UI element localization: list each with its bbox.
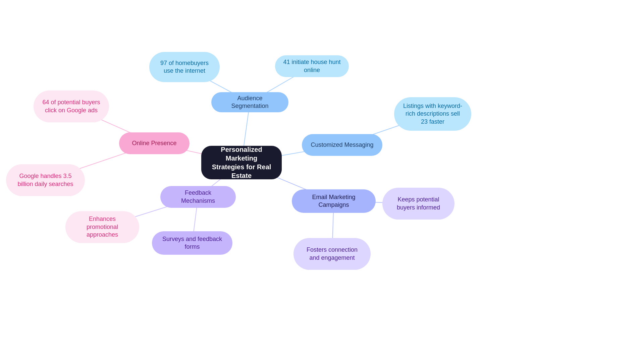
audience-segmentation-label: Audience Segmentation (219, 95, 281, 110)
email-campaigns-label: Email Marketing Campaigns (299, 193, 368, 209)
feedback-mechanisms-label: Feedback Mechanisms (168, 189, 228, 205)
email-campaigns-node: Email Marketing Campaigns (292, 189, 376, 213)
online-presence-label: Online Presence (132, 139, 176, 147)
buyers-click-node: 64 of potential buyers click on Google a… (34, 90, 109, 122)
keeps-informed-label: Keeps potential buyers informed (390, 196, 447, 211)
homebuyers-internet-label: 97 of homebuyers use the internet (157, 59, 212, 75)
online-presence-node: Online Presence (119, 132, 190, 154)
enhances-promotional-label: Enhances promotional approaches (73, 215, 132, 239)
customized-messaging-label: Customized Messaging (311, 141, 373, 149)
fosters-connection-node: Fosters connection and engagement (293, 238, 371, 270)
enhances-promotional-node: Enhances promotional approaches (65, 211, 139, 243)
center-node: Personalized Marketing Strategies for Re… (201, 146, 282, 179)
google-searches-node: Google handles 3.5 billion daily searche… (6, 164, 85, 196)
google-searches-label: Google handles 3.5 billion daily searche… (13, 172, 77, 188)
keeps-informed-node: Keeps potential buyers informed (382, 188, 454, 220)
initiate-online-node: 41 initiate house hunt online (275, 55, 349, 77)
surveys-feedback-node: Surveys and feedback forms (152, 231, 232, 255)
listings-keyword-label: Listings with keyword-rich descriptions … (401, 102, 464, 126)
center-label: Personalized Marketing Strategies for Re… (209, 145, 274, 180)
homebuyers-internet-node: 97 of homebuyers use the internet (149, 52, 220, 82)
audience-segmentation-node: Audience Segmentation (211, 92, 288, 112)
initiate-online-label: 41 initiate house hunt online (282, 58, 341, 74)
fosters-connection-label: Fosters connection and engagement (301, 246, 363, 262)
feedback-mechanisms-node: Feedback Mechanisms (160, 186, 236, 208)
buyers-click-label: 64 of potential buyers click on Google a… (41, 99, 102, 114)
listings-keyword-node: Listings with keyword-rich descriptions … (394, 97, 471, 131)
surveys-feedback-label: Surveys and feedback forms (159, 235, 225, 251)
customized-messaging-node: Customized Messaging (302, 134, 382, 156)
